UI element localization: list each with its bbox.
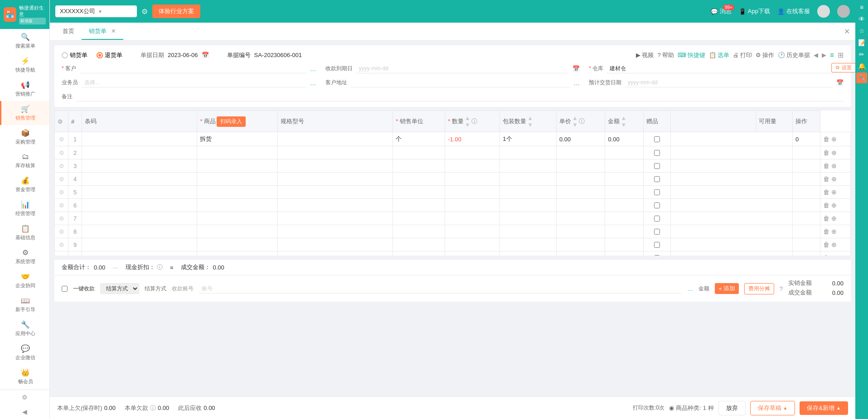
row-barcode-cell[interactable]: [82, 251, 197, 256]
panel-btn-edit[interactable]: ✏: [856, 49, 867, 60]
sidebar-collapse-btn[interactable]: ◀: [0, 405, 49, 419]
panel-btn-note[interactable]: 📝: [856, 37, 867, 48]
save-draft-button[interactable]: 保存草稿 ▲: [750, 401, 795, 415]
barcode-input[interactable]: [85, 189, 194, 196]
tab-close-icon[interactable]: ✕: [111, 28, 116, 34]
expense-help-icon[interactable]: ?: [780, 285, 783, 292]
row-spec-cell[interactable]: [277, 212, 393, 225]
copy-row-icon[interactable]: ⊕: [831, 162, 837, 169]
operate-btn[interactable]: ⚙ 操作: [756, 51, 774, 59]
customer-addr-input[interactable]: [351, 78, 570, 87]
barcode-input[interactable]: [85, 242, 194, 248]
row-spec-cell[interactable]: [277, 251, 393, 256]
copy-row-icon[interactable]: ⊕: [831, 202, 837, 209]
copy-row-icon[interactable]: ⊕: [831, 188, 837, 196]
add-payment-button[interactable]: + 添加: [715, 283, 739, 294]
expected-delivery-input[interactable]: [625, 78, 833, 87]
delete-row-icon[interactable]: 🗑: [823, 149, 829, 156]
customer-input[interactable]: [80, 64, 306, 73]
shortcut-btn[interactable]: ⌨ 快捷键: [678, 51, 705, 59]
next-icon[interactable]: ▶: [822, 52, 826, 58]
sidebar-item-collab[interactable]: 🤝 企业协同: [0, 269, 49, 293]
sidebar-item-finance[interactable]: 💰 资金管理: [0, 173, 49, 197]
row-spec-cell[interactable]: [277, 173, 393, 186]
row-barcode-cell[interactable]: [82, 146, 197, 159]
panel-btn-star[interactable]: ☆: [856, 25, 867, 36]
row-barcode-cell[interactable]: [82, 173, 197, 186]
tab-home[interactable]: 首页: [55, 24, 82, 40]
gift-checkbox[interactable]: [654, 216, 660, 222]
gift-checkbox[interactable]: [654, 229, 660, 235]
copy-row-icon[interactable]: ⊕: [831, 149, 837, 156]
spec-input[interactable]: [281, 229, 390, 235]
delete-row-icon[interactable]: 🗑: [823, 162, 829, 169]
row-gift-cell[interactable]: [643, 251, 671, 256]
history-btn[interactable]: 🕐 历史单据: [778, 51, 810, 59]
gift-checkbox[interactable]: [654, 163, 660, 169]
panel-btn-orange[interactable]: 🔧: [856, 72, 867, 83]
barcode-input[interactable]: [85, 176, 194, 183]
spec-input[interactable]: [281, 150, 390, 156]
salesperson-picker-icon[interactable]: …: [310, 79, 316, 87]
print-btn[interactable]: 🖨 打印: [733, 51, 752, 59]
online-support-btn[interactable]: 👤 在线客服: [777, 7, 810, 15]
barcode-input[interactable]: [85, 202, 194, 209]
row-barcode-cell[interactable]: [82, 225, 197, 238]
grid-view-icon[interactable]: ⊞: [838, 51, 844, 59]
close-all-tabs-icon[interactable]: ✕: [844, 27, 850, 36]
app-download-btn[interactable]: 📱 App下载: [739, 7, 770, 15]
account-input[interactable]: [199, 284, 682, 294]
copy-row-icon[interactable]: ⊕: [831, 228, 837, 235]
sidebar-item-system[interactable]: ⚙ 系统管理: [0, 245, 49, 269]
row-spec-cell[interactable]: [277, 199, 393, 212]
delete-row-icon[interactable]: 🗑: [823, 202, 829, 209]
spec-input[interactable]: [281, 176, 390, 183]
delete-row-icon[interactable]: 🗑: [823, 175, 829, 183]
delete-row-icon[interactable]: 🗑: [823, 135, 829, 143]
user-avatar-2[interactable]: [837, 5, 850, 18]
barcode-input[interactable]: [85, 150, 194, 156]
row-gift-cell[interactable]: [643, 146, 671, 159]
row-barcode-cell[interactable]: [82, 212, 197, 225]
spec-input[interactable]: [281, 216, 390, 222]
sidebar-item-search[interactable]: 🔍 搜索菜单: [0, 29, 49, 53]
sidebar-item-apps[interactable]: 🔧 应用中心: [0, 317, 49, 341]
sidebar-item-member[interactable]: 👑 畅会员: [0, 365, 49, 389]
sidebar-item-wechat[interactable]: 💬 企业微信: [0, 341, 49, 365]
setup-button[interactable]: ⚙ 设置: [831, 63, 855, 72]
row-barcode-cell[interactable]: [82, 132, 197, 146]
spec-input[interactable]: [281, 136, 390, 143]
row-gift-cell[interactable]: [643, 159, 671, 173]
sidebar-item-basic[interactable]: 📋 基础信息: [0, 221, 49, 245]
row-gift-cell[interactable]: [643, 225, 671, 238]
sidebar-settings-btn[interactable]: ⚙: [0, 390, 49, 405]
sidebar-item-inventory[interactable]: 🗂 库存核算: [0, 149, 49, 173]
gift-checkbox[interactable]: [654, 202, 660, 208]
gift-checkbox[interactable]: [654, 176, 660, 182]
gift-checkbox[interactable]: [654, 189, 660, 195]
panel-btn-list[interactable]: ≡: [856, 2, 867, 13]
radio-sale-item[interactable]: 销货单: [62, 51, 87, 59]
select-order-btn[interactable]: 📋 选单: [709, 51, 729, 59]
row-spec-cell[interactable]: [277, 132, 393, 146]
row-spec-cell[interactable]: [277, 238, 393, 251]
expected-delivery-calendar-icon[interactable]: 📅: [836, 79, 844, 86]
save-new-button[interactable]: 保存&新增 ▲: [800, 401, 848, 415]
trial-button[interactable]: 体验行业方案: [152, 5, 200, 18]
company-selector[interactable]: XXXXXX公司 ▼: [55, 5, 137, 17]
delete-row-icon[interactable]: 🗑: [823, 241, 829, 248]
delete-row-icon[interactable]: 🗑: [823, 254, 829, 255]
radio-return-item[interactable]: 退货单: [97, 51, 122, 59]
sidebar-item-shortcut[interactable]: ⚡ 快捷导航: [0, 53, 49, 77]
delete-row-icon[interactable]: 🗑: [823, 215, 829, 222]
row-gift-cell[interactable]: [643, 238, 671, 251]
calendar-icon[interactable]: 📅: [572, 65, 580, 72]
row-spec-cell[interactable]: [277, 186, 393, 199]
due-date-input[interactable]: [356, 64, 569, 73]
delete-row-icon[interactable]: 🗑: [823, 228, 829, 235]
gift-checkbox[interactable]: [654, 242, 660, 248]
payment-method-select[interactable]: 结算方式: [100, 283, 139, 294]
remarks-input[interactable]: [76, 92, 844, 101]
topbar-gear-icon[interactable]: ⚙: [141, 7, 148, 16]
row-barcode-cell[interactable]: [82, 238, 197, 251]
